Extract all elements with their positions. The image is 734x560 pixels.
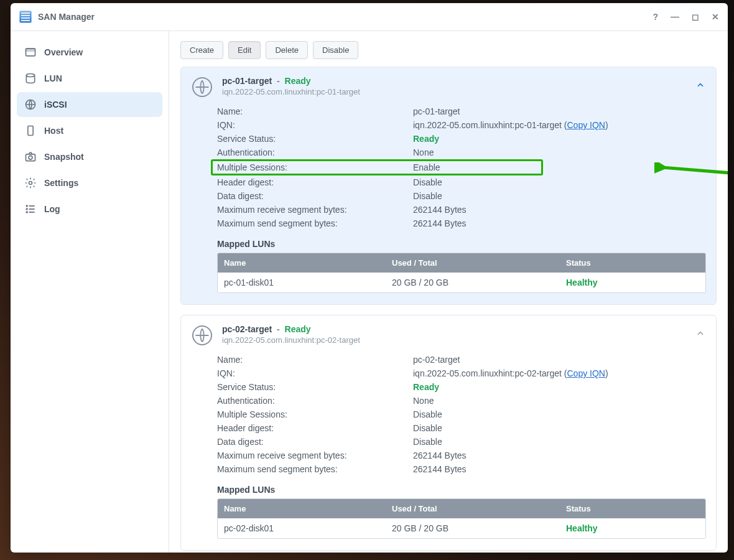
copy-iqn-link[interactable]: Copy IQN <box>567 120 605 130</box>
label-header-digest: Header digest: <box>217 177 413 187</box>
th-name: Name <box>218 499 386 518</box>
chevron-up-icon[interactable] <box>696 81 705 90</box>
iscsi-icon <box>24 98 37 111</box>
td-name: pc-02-disk01 <box>218 518 386 538</box>
sidebar-item-log[interactable]: Log <box>17 197 162 222</box>
label-data-digest: Data digest: <box>217 191 413 201</box>
td-used: 20 GB / 20 GB <box>386 273 560 292</box>
label-authentication: Authentication: <box>217 396 413 406</box>
td-used: 20 GB / 20 GB <box>386 518 560 538</box>
target-panel: pc-02-target - Ready iqn.2022-05.com.lin… <box>180 315 717 551</box>
lun-icon <box>24 72 37 85</box>
value-multiple-sessions: Enable <box>413 162 440 172</box>
target-status: Ready <box>285 76 311 86</box>
mapped-luns-title: Mapped LUNs <box>217 485 705 495</box>
label-service-status: Service Status: <box>217 382 413 392</box>
mapped-luns-title: Mapped LUNs <box>217 239 705 249</box>
th-status: Status <box>560 253 705 273</box>
svg-rect-4 <box>28 126 33 136</box>
sidebar-item-iscsi[interactable]: iSCSI <box>17 92 162 117</box>
label-max-send: Maximum send segment bytes: <box>217 464 413 474</box>
target-header[interactable]: pc-01-target - Ready iqn.2022-05.com.lin… <box>181 67 716 101</box>
value-data-digest: Disable <box>413 437 442 447</box>
label-header-digest: Header digest: <box>217 423 413 433</box>
maximize-icon[interactable]: ◻ <box>692 12 699 22</box>
window-title: SAN Manager <box>38 12 95 22</box>
label-name: Name: <box>217 355 413 365</box>
copy-iqn-link[interactable]: Copy IQN <box>567 368 605 378</box>
target-header[interactable]: pc-02-target - Ready iqn.2022-05.com.lin… <box>181 315 716 349</box>
sidebar-item-label: Log <box>44 204 60 214</box>
value-max-recv: 262144 Bytes <box>413 205 467 215</box>
close-icon[interactable]: ✕ <box>712 12 719 22</box>
td-name: pc-01-disk01 <box>218 273 386 292</box>
target-iqn: iqn.2022-05.com.linuxhint:pc-02-target <box>222 335 360 345</box>
value-header-digest: Disable <box>413 177 442 187</box>
target-name: pc-02-target <box>222 324 272 334</box>
globe-icon <box>192 77 212 97</box>
toolbar: Create Edit Delete Disable <box>180 41 717 59</box>
minimize-icon[interactable]: — <box>671 12 679 22</box>
svg-point-8 <box>29 182 32 185</box>
edit-button[interactable]: Edit <box>228 41 261 59</box>
target-name: pc-01-target <box>222 76 272 86</box>
target-title: pc-02-target - Ready <box>222 324 360 334</box>
td-status: Healthy <box>560 518 705 538</box>
gear-icon <box>24 177 37 189</box>
help-icon[interactable]: ? <box>653 12 658 22</box>
value-max-send: 262144 Bytes <box>413 464 467 474</box>
log-icon <box>24 203 37 215</box>
sidebar-item-overview[interactable]: Overview <box>17 40 162 65</box>
svg-point-11 <box>26 208 27 210</box>
value-service-status: Ready <box>413 382 439 392</box>
sidebar-item-label: Overview <box>44 47 83 57</box>
sidebar-item-settings[interactable]: Settings <box>17 170 162 195</box>
svg-point-7 <box>29 156 32 159</box>
th-name: Name <box>218 253 386 273</box>
th-status: Status <box>560 499 705 518</box>
sidebar-item-label: LUN <box>44 73 62 83</box>
table-header: Name Used / Total Status <box>218 253 705 273</box>
target-panel: pc-01-target - Ready iqn.2022-05.com.lin… <box>180 67 717 305</box>
sidebar-item-label: iSCSI <box>44 100 67 110</box>
table-row[interactable]: pc-01-disk01 20 GB / 20 GB Healthy <box>218 273 705 292</box>
create-button[interactable]: Create <box>180 41 223 59</box>
app-window: SAN Manager ? — ◻ ✕ Overview LUN <box>11 3 728 553</box>
annotation-arrow-icon <box>654 162 728 176</box>
svg-point-13 <box>26 212 27 213</box>
value-name: pc-01-target <box>413 106 460 116</box>
sidebar-item-label: Snapshot <box>44 152 84 162</box>
chevron-up-icon[interactable] <box>696 329 705 338</box>
window-controls: ? — ◻ ✕ <box>653 12 719 22</box>
value-name: pc-02-target <box>413 355 460 365</box>
label-authentication: Authentication: <box>217 147 413 157</box>
table-row[interactable]: pc-02-disk01 20 GB / 20 GB Healthy <box>218 518 705 538</box>
th-used: Used / Total <box>386 499 560 518</box>
label-name: Name: <box>217 106 413 116</box>
td-status: Healthy <box>560 273 705 292</box>
sidebar-item-host[interactable]: Host <box>17 118 162 143</box>
overview-icon <box>24 46 37 58</box>
disable-button[interactable]: Disable <box>313 41 358 59</box>
delete-button[interactable]: Delete <box>266 41 308 59</box>
value-iqn: iqn.2022-05.com.linuxhint:pc-02-target (… <box>413 368 608 378</box>
target-iqn: iqn.2022-05.com.linuxhint:pc-01-target <box>222 87 360 96</box>
value-authentication: None <box>413 147 434 157</box>
sidebar-item-lun[interactable]: LUN <box>17 66 162 91</box>
svg-point-2 <box>26 74 34 77</box>
value-header-digest: Disable <box>413 423 442 433</box>
target-details: Name:pc-01-target IQN:iqn.2022-05.com.li… <box>181 101 716 304</box>
label-max-recv: Maximum receive segment bytes: <box>217 205 413 215</box>
value-iqn: iqn.2022-05.com.linuxhint:pc-01-target (… <box>413 120 608 130</box>
svg-rect-6 <box>26 154 35 161</box>
target-title: pc-01-target - Ready <box>222 76 360 86</box>
sidebar-item-snapshot[interactable]: Snapshot <box>17 144 162 169</box>
th-used: Used / Total <box>386 253 560 273</box>
snapshot-icon <box>24 151 37 163</box>
lun-table: Name Used / Total Status pc-02-disk01 20… <box>217 498 706 539</box>
label-iqn: IQN: <box>217 368 413 378</box>
target-details: Name:pc-02-target IQN:iqn.2022-05.com.li… <box>181 349 716 550</box>
value-authentication: None <box>413 396 434 406</box>
label-multiple-sessions: Multiple Sessions: <box>217 162 413 172</box>
value-multiple-sessions: Disable <box>413 409 442 419</box>
